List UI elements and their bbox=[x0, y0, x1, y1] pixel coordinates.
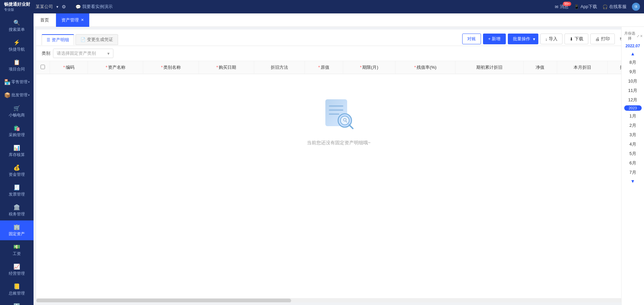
empty-state: 当前您还没有固定资产明细哦~ bbox=[36, 74, 641, 166]
month-item-1[interactable]: 1月 bbox=[624, 111, 642, 121]
month-item-8[interactable]: 8月 bbox=[624, 58, 642, 67]
sidebar-item-inventory[interactable]: 📊 库存核算 bbox=[0, 141, 34, 161]
month-item-2[interactable]: 2月 bbox=[624, 121, 642, 130]
tab-close-icon[interactable]: ✕ bbox=[81, 18, 84, 22]
online-service-btn[interactable]: 🎧 在线客服 bbox=[602, 4, 627, 10]
add-button[interactable]: + 新增 bbox=[483, 34, 505, 44]
batch-arrow-icon: ▾ bbox=[533, 37, 535, 42]
sidebar-label-invoice-manage: 发票管理 bbox=[9, 192, 25, 197]
filter-label: 类别 bbox=[42, 50, 50, 56]
month-item-11[interactable]: 11月 bbox=[624, 86, 642, 95]
month-item-6[interactable]: 6月 bbox=[624, 158, 642, 168]
col-period-depreciation: 期初累计折旧 bbox=[455, 61, 523, 74]
messages-btn[interactable]: ✉ 消息 99+ bbox=[555, 4, 569, 10]
month-panel-close-icon[interactable]: ✕ bbox=[640, 34, 643, 38]
top-bar: 畅捷通好业财 专业版 某某公司 ▼ ⚙ 💬 我要看实例演示 ✉ 消息 99+ 📱… bbox=[0, 0, 644, 13]
select-all-checkbox[interactable] bbox=[41, 65, 45, 69]
sidebar-label-wholesale-manage: 批发管理 bbox=[11, 92, 28, 98]
month-panel-expand-icon[interactable]: ⤢ bbox=[637, 34, 639, 38]
col-net-value: 净值 bbox=[523, 61, 557, 74]
print-button[interactable]: 🖨 打印 bbox=[590, 34, 615, 44]
search-menu-icon: 🔍 bbox=[13, 19, 20, 26]
sidebar-item-project-contract[interactable]: 📋 项目合同 bbox=[0, 56, 34, 75]
sidebar-item-retail-manage[interactable]: 🏪 零售管理 ▾ bbox=[0, 75, 34, 89]
col-asset-name: *资产名称 bbox=[88, 61, 143, 74]
sidebar-item-basic-info[interactable]: ℹ️ 基础信息 bbox=[0, 300, 34, 305]
sub-tab-change-voucher-label: 变更生成凭证 bbox=[87, 37, 113, 43]
app-download-btn[interactable]: 📱 App下载 bbox=[574, 4, 597, 10]
sidebar-label-purchase-manage: 采购管理 bbox=[9, 132, 25, 138]
download-icon: 📱 bbox=[574, 4, 579, 9]
month-item-3[interactable]: 3月 bbox=[624, 130, 642, 140]
settings-icon[interactable]: ⚙ bbox=[62, 4, 66, 9]
month-item-7[interactable]: 7月 bbox=[624, 168, 642, 177]
dropdown-arrow-icon[interactable]: ▼ bbox=[56, 5, 59, 9]
wholesale-manage-icon: 📦 bbox=[4, 92, 11, 98]
download-icon: ⬇ bbox=[570, 37, 573, 42]
app-edition: 专业版 bbox=[4, 7, 30, 12]
content-area: 首页 资产管理 ✕ ☰ 资产明细 📄 变更生成凭证 bbox=[34, 13, 644, 305]
month-nav-down-icon[interactable]: ▼ bbox=[630, 178, 636, 185]
sidebar-item-fixed-assets[interactable]: 🏢 固定资产 bbox=[0, 220, 34, 240]
tab-home[interactable]: 首页 bbox=[34, 13, 56, 27]
sidebar-item-salary[interactable]: 💵 工资 bbox=[0, 240, 34, 260]
sidebar-item-mini-ecommerce[interactable]: 🛒 小畅电商 bbox=[0, 102, 34, 121]
scrollbar-thumb[interactable] bbox=[36, 299, 291, 302]
download-button[interactable]: ⬇ 下载 bbox=[565, 34, 588, 44]
basic-info-icon: ℹ️ bbox=[13, 303, 20, 305]
month-item-5[interactable]: 5月 bbox=[624, 149, 642, 158]
print-label: 打印 bbox=[601, 36, 610, 42]
month-item-12[interactable]: 12月 bbox=[624, 95, 642, 105]
sidebar-item-tax-manage[interactable]: 🏛️ 税务管理 bbox=[0, 201, 34, 220]
demo-text: 我要看实例演示 bbox=[82, 4, 113, 10]
month-nav-up-icon[interactable]: ▲ bbox=[630, 50, 636, 57]
category-select[interactable]: 请选择固定资产类别 ▾ bbox=[53, 49, 113, 58]
demo-link[interactable]: 💬 我要看实例演示 bbox=[75, 4, 113, 10]
import-button[interactable]: ↓ 导入 bbox=[540, 34, 563, 44]
tab-asset-manage-label: 资产管理 bbox=[61, 17, 79, 23]
sidebar-label-quick-nav: 快捷导航 bbox=[9, 47, 25, 52]
change-voucher-icon: 📄 bbox=[80, 37, 86, 42]
sidebar-item-invoice-manage[interactable]: 🧾 发票管理 bbox=[0, 181, 34, 201]
main-panel: ☰ 资产明细 📄 变更生成凭证 对账 + 新增 批量操作 ▾ bbox=[36, 30, 641, 302]
month-item-9[interactable]: 9月 bbox=[624, 67, 642, 77]
sidebar-item-wholesale-manage[interactable]: 📦 批发管理 ▾ bbox=[0, 89, 34, 102]
sidebar-label-fund-manage: 资金管理 bbox=[9, 172, 25, 177]
month-item-4[interactable]: 4月 bbox=[624, 140, 642, 149]
col-residual-rate: *残值率(%) bbox=[395, 61, 455, 74]
top-bar-left: 畅捷通好业财 专业版 某某公司 ▼ ⚙ 💬 我要看实例演示 bbox=[4, 1, 555, 12]
asset-detail-icon: ☰ bbox=[47, 38, 50, 42]
invoice-manage-icon: 🧾 bbox=[13, 184, 20, 191]
col-original-value: *原值 bbox=[305, 61, 343, 74]
tab-home-label: 首页 bbox=[40, 17, 49, 23]
sidebar-label-inventory: 库存核算 bbox=[9, 152, 25, 158]
sub-tab-asset-detail[interactable]: ☰ 资产明细 bbox=[42, 34, 74, 45]
sidebar-label-search-menu: 搜索菜单 bbox=[9, 27, 25, 33]
sidebar-item-purchase-manage[interactable]: 🛍️ 采购管理 bbox=[0, 121, 34, 141]
col-monthly-depreciation: 本月折旧 bbox=[557, 61, 607, 74]
message-icon: ✉ bbox=[555, 4, 558, 9]
tab-asset-manage[interactable]: 资产管理 ✕ bbox=[56, 13, 90, 27]
avatar[interactable]: 张 bbox=[632, 3, 640, 11]
operation-manage-icon: 📈 bbox=[13, 263, 20, 270]
month-item-10[interactable]: 10月 bbox=[624, 77, 642, 86]
sidebar-item-search-menu[interactable]: 🔍 搜索菜单 bbox=[0, 16, 34, 36]
sub-tab-change-voucher[interactable]: 📄 变更生成凭证 bbox=[75, 34, 118, 45]
month-year-2023[interactable]: 2023 bbox=[624, 105, 642, 111]
sidebar-item-quick-nav[interactable]: ⚡ 快捷导航 bbox=[0, 36, 34, 56]
batch-button[interactable]: 批量操作 ▾ bbox=[508, 34, 538, 44]
sidebar-item-general-ledger[interactable]: 📒 总账管理 bbox=[0, 280, 34, 300]
reconcile-button[interactable]: 对账 bbox=[462, 34, 481, 44]
sidebar-item-fund-manage[interactable]: 💰 资金管理 bbox=[0, 161, 34, 181]
sidebar-label-operation-manage: 经营管理 bbox=[9, 271, 25, 276]
col-depreciation-method: 折旧方法 bbox=[254, 61, 305, 74]
retail-manage-arrow-icon: ▾ bbox=[28, 81, 30, 84]
headset-icon: 🎧 bbox=[602, 4, 608, 9]
month-panel: 月份选择 ⤢ ✕ 2022.07 ▲ 8月 9月 10月 11月 12月 202… bbox=[621, 27, 644, 305]
sub-tabs: ☰ 资产明细 📄 变更生成凭证 对账 + 新增 批量操作 ▾ bbox=[36, 30, 641, 46]
assets-table: *编码 *资产名称 *类别名称 *购买日期 折旧方法 *原值 *期限(月) *残… bbox=[36, 61, 641, 166]
quick-nav-icon: ⚡ bbox=[13, 39, 20, 46]
scrollbar-wrapper[interactable] bbox=[36, 298, 641, 302]
sidebar-item-operation-manage[interactable]: 📈 经营管理 bbox=[0, 260, 34, 280]
page-content: ☰ 资产明细 📄 变更生成凭证 对账 + 新增 批量操作 ▾ bbox=[34, 27, 644, 305]
